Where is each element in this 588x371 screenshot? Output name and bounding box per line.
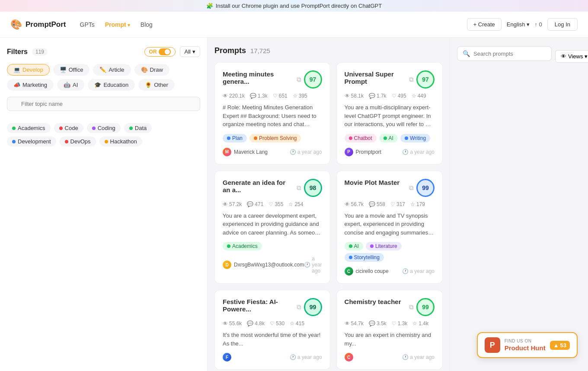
- avatar: C: [345, 353, 353, 361]
- card-actions: ⧉ 97: [297, 70, 322, 89]
- language-button[interactable]: English ▾: [507, 21, 530, 28]
- prompt-card-6[interactable]: Chemistry teacher ⧉ 99 👁 54.7k 💬 3.5k ♡ …: [336, 290, 443, 370]
- topic-hackathon[interactable]: Hackathon: [99, 136, 142, 146]
- topic-devops[interactable]: DevOps: [60, 136, 96, 146]
- views-button[interactable]: 👁 Views ▾: [555, 50, 588, 63]
- card-stats: 👁 54.7k 💬 3.5k ♡ 1.3k ☆ 1.4k: [345, 320, 435, 327]
- prompt-card-4[interactable]: Movie Plot Master ⧉ 99 👁 56.7k 💬 558 ♡ 3…: [336, 171, 443, 284]
- stat-views: 👁 58.1k: [345, 93, 364, 99]
- chip-label: Marketing: [22, 82, 47, 88]
- copy-icon[interactable]: ⧉: [409, 303, 414, 311]
- chip-develop[interactable]: 💻 Develop: [7, 64, 50, 76]
- tag-ai[interactable]: AI: [345, 242, 363, 251]
- topic-label: Coding: [98, 125, 115, 131]
- topic-coding[interactable]: Coding: [87, 123, 121, 133]
- prompts-title: Prompts: [214, 46, 246, 55]
- data-dot: [129, 127, 133, 130]
- copy-icon[interactable]: ⧉: [297, 76, 301, 83]
- coding-dot: [92, 127, 96, 130]
- product-hunt-widget[interactable]: P FIND US ON Product Hunt ▲ 53: [477, 332, 578, 358]
- chip-label: Develop: [22, 67, 43, 73]
- logo[interactable]: 🎨 PromptPort: [10, 19, 66, 30]
- login-button[interactable]: Log In: [547, 18, 578, 31]
- all-dropdown[interactable]: All ▾: [180, 46, 200, 57]
- tag-academics[interactable]: Academics: [223, 242, 262, 251]
- copy-icon[interactable]: ⧉: [297, 184, 301, 192]
- upload-button[interactable]: ↑ 0: [535, 21, 542, 28]
- search-input[interactable]: [473, 51, 546, 57]
- nav-blog[interactable]: Blog: [141, 21, 153, 28]
- tag-ai[interactable]: AI: [379, 134, 398, 143]
- prompts-header: Prompts 17,725: [214, 46, 443, 55]
- clock-icon: 🕐: [402, 354, 409, 360]
- chip-article[interactable]: ✏️ Article: [93, 64, 131, 76]
- tag-chatbot[interactable]: Chatbot: [345, 134, 377, 143]
- copy-icon[interactable]: ⧉: [409, 76, 414, 83]
- author: C: [345, 353, 353, 361]
- card-top: Chemistry teacher ⧉ 99: [345, 298, 435, 316]
- time: 🕐 a year ago: [402, 354, 435, 360]
- topic-data[interactable]: Data: [124, 123, 152, 133]
- tag-dot: [227, 136, 230, 140]
- search-bar: 🔍: [457, 46, 552, 61]
- copy-icon[interactable]: ⧉: [409, 184, 414, 192]
- card-actions: ⧉ 99: [297, 298, 322, 316]
- card-actions: ⧉ 99: [409, 179, 435, 197]
- stat-stars: ☆ 1.4k: [412, 320, 428, 327]
- create-button[interactable]: + Create: [467, 18, 502, 31]
- topic-academics[interactable]: Academics: [7, 123, 51, 133]
- topic-code[interactable]: Code: [54, 123, 83, 133]
- author-name: cicirello coupe: [356, 268, 389, 274]
- or-toggle[interactable]: [159, 48, 171, 55]
- prompt-card-5[interactable]: Festive Fiesta: AI-Powere... ⧉ 99 👁 55.6…: [214, 290, 330, 370]
- card-title: Generate an idea for an a...: [223, 179, 293, 193]
- prompt-card-3[interactable]: Generate an idea for an a... ⧉ 98 👁 57.2…: [214, 171, 330, 284]
- ph-name: Product Hunt: [505, 344, 546, 352]
- tag-row: Chatbot AI Writing: [345, 134, 435, 143]
- stat-likes: ♡ 530: [270, 320, 284, 327]
- score-badge: 99: [304, 298, 322, 316]
- tag-writing[interactable]: Writing: [400, 134, 430, 143]
- chip-marketing[interactable]: 📣 Marketing: [7, 79, 54, 91]
- stat-comments: 💬 4.8k: [247, 320, 265, 327]
- chip-label: Article: [109, 67, 124, 73]
- tag-storytelling[interactable]: Storytelling: [345, 253, 384, 262]
- chip-label: Office: [69, 67, 83, 73]
- stat-comments: 💬 3.5k: [369, 320, 387, 327]
- chip-emoji: 🤖: [64, 82, 70, 88]
- filters-count: 119: [32, 48, 48, 56]
- views-icon: 👁: [561, 53, 566, 60]
- topic-development[interactable]: Development: [7, 136, 56, 146]
- chip-education[interactable]: 🎓 Education: [88, 79, 135, 91]
- card-body: You are a movie and TV synopsis expert, …: [345, 212, 435, 237]
- stat-stars: ☆ 415: [290, 320, 304, 327]
- nav-gpts[interactable]: GPTs: [80, 21, 95, 28]
- score-badge: 99: [416, 179, 435, 197]
- tag-dot: [227, 244, 230, 248]
- copy-icon[interactable]: ⧉: [297, 303, 301, 311]
- author: F: [223, 353, 231, 361]
- tag-dot: [349, 256, 352, 259]
- card-stats: 👁 57.2k 💬 471 ♡ 355 ☆ 254: [223, 201, 322, 207]
- score-badge: 99: [416, 298, 435, 316]
- filter-search-input[interactable]: [7, 97, 200, 111]
- chip-office[interactable]: 🖥️ Office: [53, 64, 90, 76]
- chip-ai[interactable]: 🤖 AI: [57, 79, 84, 91]
- all-label: All: [185, 48, 191, 55]
- card-body: You are an expert in chemistry and my...: [345, 331, 435, 348]
- clock-icon: 🕐: [402, 149, 409, 155]
- nav-prompt[interactable]: Prompt: [105, 21, 130, 28]
- stat-stars: ☆ 254: [288, 201, 303, 207]
- code-dot: [59, 127, 63, 130]
- chip-other[interactable]: 🌻 Other: [138, 79, 175, 91]
- chip-draw[interactable]: 🎨 Draw: [134, 64, 169, 76]
- prompt-card-2[interactable]: Universal Super Prompt ⧉ 97 👁 58.1k 💬 1.…: [336, 62, 443, 165]
- tag-plan[interactable]: Plan: [223, 134, 247, 143]
- or-toggle-group[interactable]: OR: [144, 47, 176, 57]
- stat-comments: 💬 1.3k: [250, 93, 268, 99]
- prompt-card-1[interactable]: Meeting minutes genera... ⧉ 97 👁 220.1k …: [214, 62, 330, 165]
- tag-literature[interactable]: Literature: [366, 242, 402, 251]
- header: 🎨 PromptPort GPTs Prompt Blog + Create E…: [0, 12, 588, 38]
- tag-problem-solving[interactable]: Problem Solving: [249, 134, 301, 143]
- views-label: Views: [568, 53, 583, 60]
